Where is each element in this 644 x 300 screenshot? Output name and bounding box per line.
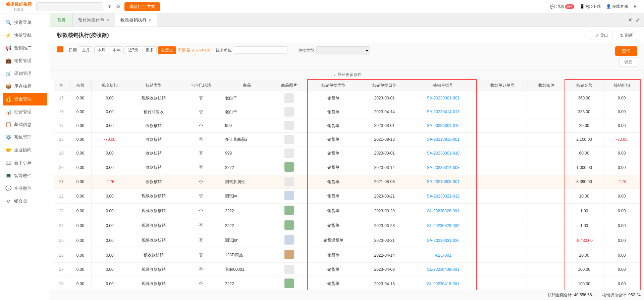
cell-writeoff-amount: -2,430.00 xyxy=(565,233,603,248)
user-name[interactable]: Rit xyxy=(634,4,639,9)
goods-image-placeholder xyxy=(284,177,294,186)
message-icon[interactable]: 💬 消息 99+ xyxy=(550,4,574,9)
cell-balance: 0.00 xyxy=(69,189,91,204)
table-row: 19 0.00 0.00 收款核销 否 999 销货单 2023-03-01 S… xyxy=(54,146,640,160)
sidebar-item-purchase[interactable]: 🛒 采购管理 xyxy=(0,67,50,80)
maximize-icon[interactable]: ⤢ xyxy=(636,17,640,23)
custom-date-btn[interactable]: 自定义 xyxy=(158,46,176,54)
more-date-btn[interactable]: 更多 xyxy=(143,46,157,54)
cell-cash-discount: -70.00 xyxy=(92,133,128,146)
cell-writeoff-bill-no[interactable]: SL-20230328-001 xyxy=(410,204,477,218)
table-header-row: ⚙ 余额 现金折扣 核销类型 包含已结清 商品 商品图片 核销单据类型 核销单据… xyxy=(54,80,640,91)
sidebar-label-finance: 资金管理 xyxy=(14,96,32,102)
cell-goods-img xyxy=(271,91,308,105)
cell-writeoff-type: 收款核销 xyxy=(128,133,179,146)
query-button[interactable]: 查询 xyxy=(615,46,637,56)
tab-prepay-close[interactable]: ✕ xyxy=(106,18,109,22)
cell-writeoff-bill-no[interactable]: SL-20230328-002 xyxy=(410,218,477,233)
export-button[interactable]: ↗ 导出 xyxy=(591,31,612,40)
industry-btn[interactable]: 体验行业方案 xyxy=(124,2,160,11)
sidebar-item-operations[interactable]: 📊 经营管理 xyxy=(0,105,50,118)
cell-receipt-order-no xyxy=(477,119,528,133)
cell-included-settled: 否 xyxy=(179,105,223,119)
sidebar-label-guide: 新手引导 xyxy=(14,160,32,166)
last-month-btn[interactable]: 上月 xyxy=(79,46,93,54)
from-unit-input[interactable] xyxy=(234,46,287,54)
sidebar-item-finance[interactable]: 💰 资金管理 xyxy=(3,93,47,105)
this-month-btn[interactable]: 本月 xyxy=(94,46,108,54)
table-row: 28 0.00 0.00 现续收款核销 否 2222 销货单 2023-04-1… xyxy=(54,276,640,290)
cell-writeoff-bill-no[interactable]: SA-20230414-017 xyxy=(410,105,477,119)
cell-writeoff-bill-no[interactable]: SA-20230301-001 xyxy=(410,91,477,105)
sidebar-item-basicinfo[interactable]: 📋 基础信息 xyxy=(0,118,50,131)
sidebar-item-marketing[interactable]: 📢 营销推广 xyxy=(0,42,50,54)
expand-more-btn[interactable]: ∨ 展开更多条件 xyxy=(333,72,362,78)
sidebar-item-hardware[interactable]: 💻 智能硬件 xyxy=(0,169,50,182)
cell-writeoff-bill-no[interactable]: SA-20230314-008 xyxy=(410,160,477,175)
cell-writeoff-bill-no[interactable]: ABC-001 xyxy=(410,248,477,263)
cell-writeoff-bill-no[interactable]: SA-20210808-001 xyxy=(410,175,477,189)
cell-writeoff-bill-no[interactable]: SL-20230418-001 xyxy=(410,276,477,290)
cell-writeoff-bill-date: 2023-04-18 xyxy=(359,276,410,290)
row-number: 20 xyxy=(54,160,69,175)
sidebar-item-system[interactable]: ⚙️ 系统管理 xyxy=(0,131,50,144)
cell-goods-img xyxy=(271,204,308,218)
cell-writeoff-amount: 333.00 xyxy=(565,105,603,119)
from-unit-group: 往来单位 ... xyxy=(216,46,293,54)
cell-writeoff-bill-no[interactable]: SA-20230331-026 xyxy=(410,233,477,248)
tab-writeoff-close[interactable]: ✕ xyxy=(149,18,152,22)
bill-type-select[interactable] xyxy=(316,46,370,54)
this-year-btn[interactable]: 本年 xyxy=(110,46,124,54)
top-search-input[interactable] xyxy=(36,2,103,11)
cell-writeoff-bill-type: 销货单 xyxy=(308,276,359,290)
cell-writeoff-bill-no[interactable]: SA-20210813-001 xyxy=(410,133,477,146)
cell-balance: 0.00 xyxy=(69,233,91,248)
close-window-icon[interactable]: ✕ xyxy=(628,17,632,23)
sales-icon: 💼 xyxy=(5,58,11,64)
cell-writeoff-bill-no[interactable]: SA-20230301-010 xyxy=(410,119,477,133)
cell-writeoff-bill-no[interactable]: SA-20230321-012 xyxy=(410,189,477,204)
tab-writeoff[interactable]: 收款核销执行 ✕ xyxy=(115,13,157,27)
quicknav-icon: ⚡ xyxy=(5,32,11,38)
sidebar-label-corp: 企业协同 xyxy=(14,147,32,153)
sidebar-item-wechat[interactable]: 💬 企业微信 xyxy=(0,182,50,195)
cell-balance: 0.00 xyxy=(69,218,91,233)
table-row: 26 0.00 0.00 预收款核销 否 123D商品 销货单 2022-04-… xyxy=(54,248,640,263)
sidebar-label-wechat: 企业微信 xyxy=(14,185,32,191)
cell-writeoff-bill-no[interactable]: SL-20230408-001 xyxy=(410,263,477,276)
cell-receipt-condition xyxy=(528,105,565,119)
refresh-button[interactable]: ↻ 刷新 xyxy=(616,31,637,40)
cell-writeoff-amount: 2,100.00 xyxy=(565,133,603,146)
row-number: 15 xyxy=(54,91,69,105)
dropdown-icon[interactable]: ▼ xyxy=(107,4,112,9)
cell-goods-img xyxy=(271,146,308,160)
online-service-link[interactable]: 👤 在线客服 xyxy=(606,4,628,9)
cell-balance: 0.00 xyxy=(69,276,91,290)
collapse-filter-btn[interactable]: » xyxy=(57,46,63,52)
col-setting[interactable]: ⚙ xyxy=(54,80,69,91)
cell-writeoff-bill-type: 销货单 xyxy=(308,160,359,175)
table-area[interactable]: ⚙ 余额 现金折扣 核销类型 包含已结清 商品 商品图片 核销单据类型 核销单据… xyxy=(50,79,644,290)
sidebar-item-quicknav[interactable]: ⚡ 快捷导航 xyxy=(0,29,50,42)
sidebar-item-sales[interactable]: 💼 销售管理 xyxy=(0,54,50,67)
sidebar-item-member[interactable]: V 畅会员 xyxy=(0,195,50,208)
cell-writeoff-type: 现续收款核销 xyxy=(128,204,179,218)
sidebar-label-system: 系统管理 xyxy=(14,134,32,140)
tab-home[interactable]: 首页 xyxy=(50,13,73,27)
sidebar-label-sales: 销售管理 xyxy=(14,58,32,64)
settings-button[interactable]: 设置 xyxy=(619,57,637,67)
sidebar-item-corp[interactable]: 🤝 企业协同 xyxy=(0,144,50,157)
table-row: 24 0.00 0.00 现续收款核销 否 2222 销货单 2023-03-2… xyxy=(54,218,640,233)
sidebar-item-guide[interactable]: 📖 新手引导 xyxy=(0,157,50,169)
sidebar-label-basicinfo: 基础信息 xyxy=(14,122,32,128)
last-7-days-btn[interactable]: 近7天 xyxy=(125,46,142,54)
cell-writeoff-amount: 10.00 xyxy=(565,189,603,204)
tab-prepay[interactable]: 预付冲应付单 ✕ xyxy=(73,13,115,27)
sidebar-item-inventory[interactable]: 📦 库存核算 xyxy=(0,80,50,93)
app-download-link[interactable]: 📱 App下载 xyxy=(580,4,601,9)
goods-image-thumb xyxy=(284,191,294,200)
date-range-display: 不限 至 2023-07-26 xyxy=(178,48,210,53)
gear-icon[interactable]: ⚙ xyxy=(116,3,120,10)
cell-writeoff-bill-no[interactable]: SA-20230301-010 xyxy=(410,146,477,160)
sidebar-item-search[interactable]: 🔍 搜索菜单 xyxy=(0,16,50,29)
